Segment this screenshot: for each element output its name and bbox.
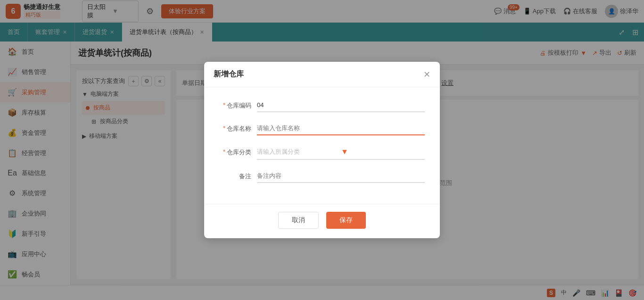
modal-close-button[interactable]: ✕ <box>423 70 430 79</box>
form-row-category: 仓库分类 请输入所属分类 ▼ <box>219 145 425 160</box>
modal-title: 新增仓库 <box>214 69 244 79</box>
note-input[interactable] <box>257 169 425 183</box>
modal-overlay[interactable]: 新增仓库 ✕ 仓库编码 仓库名称 仓库分类 请输入所属分类 ▼ <box>0 0 644 300</box>
name-label: 仓库名称 <box>219 125 257 133</box>
form-row-code: 仓库编码 <box>219 99 425 112</box>
category-label: 仓库分类 <box>219 148 257 157</box>
modal-body: 仓库编码 仓库名称 仓库分类 请输入所属分类 ▼ 备注 <box>204 87 440 204</box>
code-label: 仓库编码 <box>219 101 257 110</box>
name-input[interactable] <box>257 122 425 135</box>
category-placeholder: 请输入所属分类 <box>257 148 341 156</box>
save-button[interactable]: 保存 <box>326 212 366 229</box>
code-input[interactable] <box>257 99 425 112</box>
category-arrow-icon: ▼ <box>341 148 425 156</box>
modal-footer: 取消 保存 <box>204 204 440 238</box>
form-row-name: 仓库名称 <box>219 122 425 135</box>
new-warehouse-modal: 新增仓库 ✕ 仓库编码 仓库名称 仓库分类 请输入所属分类 ▼ <box>204 62 440 238</box>
category-select[interactable]: 请输入所属分类 ▼ <box>257 145 425 160</box>
cancel-button[interactable]: 取消 <box>278 212 319 229</box>
modal-header: 新增仓库 ✕ <box>204 62 440 87</box>
note-label: 备注 <box>219 172 257 181</box>
form-row-note: 备注 <box>219 169 425 183</box>
